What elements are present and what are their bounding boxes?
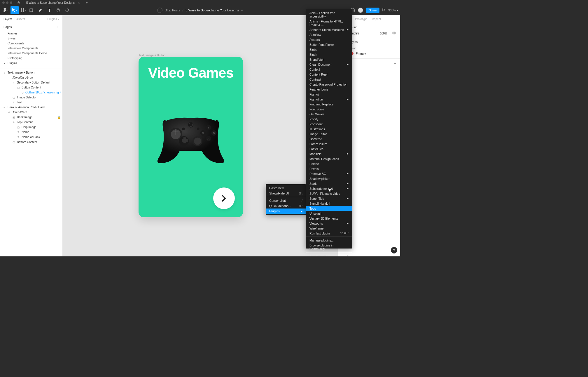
visibility-icon[interactable] [392, 32, 396, 35]
context-menu-item[interactable]: Show/Hide UI⌘\ [266, 191, 306, 196]
layer-row[interactable]: ▣Bank Image🔒 [0, 115, 62, 120]
plugin-menu-item[interactable]: Viewports▶ [306, 221, 352, 226]
team-avatar-icon[interactable] [157, 8, 162, 13]
close-tab-icon[interactable]: × [78, 1, 80, 4]
context-menu-item[interactable]: Quick actions...⌘/ [266, 203, 306, 209]
plugin-menu-item[interactable]: Pexels [306, 166, 352, 171]
layer-row[interactable]: #Bank of America Credit Card [0, 105, 62, 110]
add-tab-icon[interactable]: + [86, 1, 88, 5]
plugin-menu-item[interactable]: Illustrations [306, 126, 352, 131]
plugin-menu-item[interactable]: Todo [306, 206, 352, 211]
card-frame[interactable]: Video Games Y B X A [139, 57, 243, 217]
plugin-menu-item[interactable]: Font Scale [306, 107, 352, 112]
frame-tool[interactable]: ▾ [19, 6, 27, 14]
plugin-menu-item[interactable]: Contrast [306, 77, 352, 82]
figma-menu-icon[interactable]: ▾ [2, 6, 10, 14]
plugin-menu-item[interactable]: Manage plugins... [306, 238, 352, 243]
layer-row[interactable]: #Secondary Button Default [0, 80, 62, 85]
share-button[interactable]: Share [366, 8, 380, 13]
plugin-menu-item[interactable]: Anima - Figma to HTML, React & ... [306, 19, 352, 27]
layer-row[interactable]: ▢Chip Image [0, 125, 62, 130]
layer-row[interactable]: ▢Image Selector [0, 95, 62, 100]
plugin-menu-item[interactable]: Wireframe [306, 226, 352, 231]
plugin-menu-item[interactable]: Blush [306, 52, 352, 57]
plugin-menu-item[interactable]: Blobs [306, 47, 352, 52]
add-page-icon[interactable]: + [57, 25, 59, 29]
plugin-menu-item[interactable]: Palette [306, 161, 352, 166]
user-avatar[interactable] [358, 8, 363, 13]
breadcrumb-file[interactable]: 5 Ways to Supercharge Your Designs [186, 8, 239, 12]
plugin-menu-item[interactable]: Confetti [306, 67, 352, 72]
file-tab[interactable]: 5 Ways to Supercharge Your Designs [26, 1, 75, 4]
layer-row[interactable]: TName [0, 130, 62, 135]
plugin-menu-item[interactable]: Stark▶ [306, 181, 352, 186]
tab-plugins-panel[interactable]: Plugins ▾ [47, 18, 59, 21]
shape-tool[interactable]: ▾ [28, 6, 36, 14]
page-item[interactable]: Components [0, 41, 62, 46]
plugin-menu-item[interactable]: Better Font Picker [306, 42, 352, 47]
plugin-menu-item[interactable]: LottieFiles [306, 146, 352, 151]
tab-inspect[interactable]: Inspect [372, 18, 381, 21]
pen-tool[interactable]: ▾ [37, 6, 45, 14]
context-menu-item[interactable]: Plugins▶ [266, 209, 306, 214]
maximize-dot[interactable] [10, 1, 12, 4]
page-item[interactable]: Interactive Components Demo [0, 51, 62, 56]
plugin-menu-item[interactable]: Iconscout [306, 121, 352, 126]
plugin-menu-item[interactable]: Crypto Password Protection [306, 82, 352, 87]
plugin-menu-item[interactable]: Super Tidy▶ [306, 196, 352, 201]
plugin-menu-item[interactable]: Development▶ [306, 253, 352, 256]
plugin-menu-item[interactable]: Iconify [306, 117, 352, 121]
plugin-menu-item[interactable]: Mapsicle▶ [306, 151, 352, 156]
chevron-down-icon[interactable]: ▾ [241, 8, 243, 12]
plugin-menu-item[interactable]: Vectary 3D Elements [306, 216, 352, 221]
bg-opacity[interactable]: 100% [380, 32, 387, 35]
page-item[interactable]: Prototyping [0, 56, 62, 61]
text-tool[interactable] [46, 6, 54, 14]
layer-row[interactable]: #Top Content [0, 120, 62, 125]
page-item[interactable]: Styles [0, 36, 62, 41]
page-item[interactable]: Interactive Components [0, 46, 62, 51]
hand-tool[interactable] [54, 6, 62, 14]
help-button[interactable]: ? [391, 247, 397, 253]
breadcrumb-project[interactable]: Blog Posts [165, 8, 180, 12]
present-icon[interactable] [382, 8, 385, 13]
window-controls[interactable] [2, 1, 12, 4]
comment-tool[interactable] [63, 6, 71, 14]
plugin-menu-item[interactable]: Image Editor [306, 131, 352, 136]
plugin-menu-item[interactable]: Browse plugins in Community [306, 243, 352, 251]
layer-row[interactable]: ◇Outline 16px / chevron-right [0, 90, 62, 95]
tab-prototype[interactable]: Prototype [355, 18, 368, 21]
canvas[interactable]: Text, Image + Button Video Games Y B X A [63, 15, 337, 256]
home-icon[interactable] [17, 1, 20, 5]
plugin-menu-item[interactable]: Clean Document▶ [306, 62, 352, 67]
layer-row[interactable]: ▢Bottom Content [0, 140, 62, 145]
close-dot[interactable] [2, 1, 5, 4]
plugin-menu-item[interactable]: Lorem ipsum [306, 141, 352, 146]
tab-layers[interactable]: Layers [4, 18, 12, 21]
page-item[interactable]: Plugins [0, 61, 62, 66]
plugin-menu-item[interactable]: Sympli Handoff [306, 201, 352, 206]
layer-row[interactable]: ⬪.ColorCardGrow [0, 75, 62, 80]
next-button[interactable] [213, 187, 235, 209]
plugin-menu-item[interactable]: Able – Friction free accessibility [306, 10, 352, 19]
layer-row[interactable]: TText [0, 100, 62, 105]
plugin-menu-item[interactable]: Brandfetch [306, 57, 352, 62]
plugin-menu-item[interactable]: Unsplash [306, 211, 352, 216]
plugin-menu-item[interactable]: Material Design Icons [306, 156, 352, 161]
minimize-dot[interactable] [6, 1, 8, 4]
add-export-icon[interactable]: + [394, 61, 396, 66]
page-item[interactable]: Frames [0, 31, 62, 36]
plugin-menu-item[interactable]: Artboard Studio Mockups▶ [306, 27, 352, 32]
plugin-menu-item[interactable]: Find and Replace [306, 102, 352, 107]
tab-assets[interactable]: Assets [16, 18, 25, 21]
plugin-menu-item[interactable]: Isometric [306, 136, 352, 141]
layer-row[interactable]: TName of Bank [0, 135, 62, 140]
context-menu-item[interactable]: Paste here [266, 185, 306, 191]
plugin-menu-item[interactable]: Content Reel [306, 72, 352, 77]
plugin-menu-item[interactable]: Get Waves [306, 112, 352, 117]
plugin-menu-item[interactable]: Feather Icons [306, 87, 352, 92]
plugin-menu-item[interactable]: Figmotion▶ [306, 97, 352, 102]
plugin-menu-item[interactable]: Autoflow [306, 32, 352, 37]
layer-row[interactable]: ▢Button Content [0, 85, 62, 90]
context-menu-item[interactable]: Cursor chat/ [266, 198, 306, 203]
